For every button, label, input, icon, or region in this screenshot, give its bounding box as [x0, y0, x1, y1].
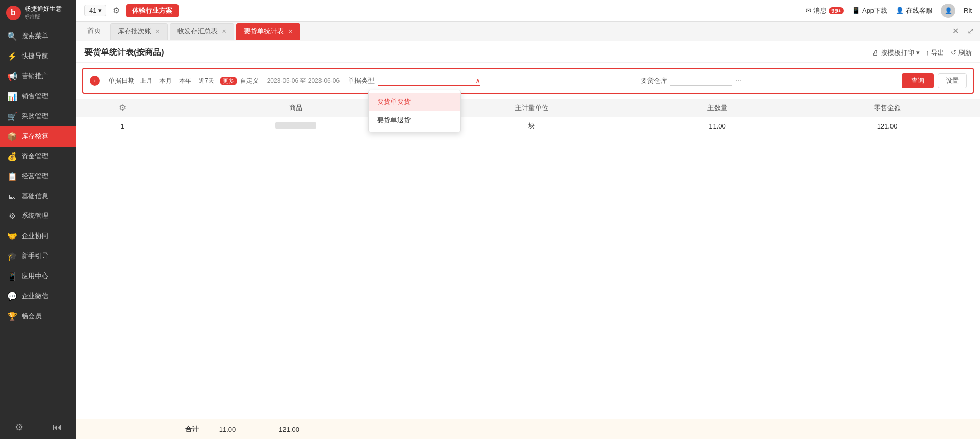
dropdown-item-requisition-return[interactable]: 要货单退货: [369, 111, 460, 130]
sidebar-item-finance[interactable]: 💰 资金管理: [0, 147, 76, 167]
date-btn-this-month[interactable]: 本月: [157, 76, 174, 86]
sidebar-item-label: 畅会员: [22, 312, 42, 321]
page-content: 要货单统计表(按商品) 🖨 按模板打印 ▾ ↑ 导出 ↺ 刷新 ›: [76, 41, 980, 439]
query-button[interactable]: 查询: [902, 73, 934, 88]
sidebar-item-label: 搜索菜单: [22, 31, 48, 41]
type-filter-input[interactable]: [378, 76, 475, 85]
sales-icon: 📊: [7, 92, 17, 101]
tab-home[interactable]: 首页: [80, 23, 108, 40]
date-btn-last-month[interactable]: 上月: [138, 76, 154, 86]
tab-close-requisition[interactable]: ✕: [288, 28, 293, 35]
sidebar-item-label: 营销推广: [22, 71, 48, 81]
warehouse-filter-label: 要货仓库: [640, 76, 667, 85]
data-table: ⚙ 商品 主计量单位 主数量 零售金额: [76, 99, 980, 135]
store-selector[interactable]: 41 ▾: [84, 5, 106, 16]
type-filter-chevron-icon[interactable]: ∧: [475, 77, 480, 85]
sidebar-item-label: 经营管理: [22, 172, 48, 181]
table-header-row: ⚙ 商品 主计量单位 主数量 零售金额: [76, 99, 980, 117]
restore-tabs-button[interactable]: ⤢: [965, 25, 976, 37]
sidebar-item-label: 销售管理: [22, 92, 48, 101]
sidebar-item-app-center[interactable]: 📱 应用中心: [0, 266, 76, 286]
warehouse-filter-input[interactable]: [672, 77, 724, 84]
brand-name: 畅捷通好生意: [25, 5, 62, 13]
refresh-button[interactable]: ↺ 刷新: [951, 48, 972, 58]
topbar-right: ✉ 消息 99+ 📱 App下载 👤 在线客服 👤 Rit: [806, 4, 972, 18]
date-btn-this-year[interactable]: 本年: [177, 76, 193, 86]
table-footer: 合计 11.00 121.00: [76, 419, 980, 439]
page-title: 要货单统计表(按商品): [84, 47, 164, 58]
sidebar-item-base-info[interactable]: 🗂 基础信息: [0, 187, 76, 206]
sidebar-item-inventory[interactable]: 📦 库存核算: [0, 126, 76, 147]
sidebar-item-membership[interactable]: 🏆 畅会员: [0, 306, 76, 326]
sidebar-item-label: 企业协同: [22, 231, 48, 241]
brand-sub: 标准版: [25, 13, 62, 21]
page-header: 要货单统计表(按商品) 🖨 按模板打印 ▾ ↑ 导出 ↺ 刷新: [76, 41, 980, 63]
online-service-button[interactable]: 👤 在线客服: [896, 6, 933, 15]
sidebar-item-label: 资金管理: [22, 152, 48, 161]
tab-inventory-batch[interactable]: 库存批次账 ✕: [110, 23, 168, 40]
column-settings-icon[interactable]: ⚙: [119, 103, 126, 112]
system-icon: ⚙: [7, 211, 17, 221]
search-icon: 🔍: [7, 31, 17, 41]
date-btn-more[interactable]: 更多: [220, 77, 237, 85]
cell-qty: 11.00: [640, 117, 794, 135]
sidebar-item-marketing[interactable]: 📢 营销推广: [0, 66, 76, 86]
sidebar-item-search[interactable]: 🔍 搜索菜单: [0, 26, 76, 46]
collapse-button[interactable]: ⏮: [48, 420, 66, 435]
filter-bar: › 单据日期 上月 本月 本年 近7天 更多 自定义 2023-05-06 至 …: [82, 68, 974, 94]
membership-icon: 🏆: [7, 312, 17, 321]
settings-filter-button[interactable]: 设置: [938, 73, 967, 88]
sidebar-item-wx-enterprise[interactable]: 💬 企业微信: [0, 286, 76, 306]
export-icon: ↑: [926, 49, 930, 57]
type-filter-label: 单据类型: [348, 76, 375, 85]
service-label: 在线客服: [906, 6, 933, 15]
table-row: 1 块 11.00 121.00: [76, 117, 980, 135]
footer-qty: 11.00: [207, 426, 248, 433]
type-filter-group: 单据类型 ∧ 要货单要货 要货单退货: [348, 76, 480, 86]
filter-expand-button[interactable]: ›: [90, 76, 100, 86]
sidebar-item-label: 企业微信: [22, 291, 48, 301]
footer-amount: 121.00: [269, 426, 310, 433]
sidebar-item-purchase[interactable]: 🛒 采购管理: [0, 106, 76, 126]
topbar-gear-icon[interactable]: ⚙: [113, 6, 120, 15]
date-filter-label: 单据日期: [108, 76, 135, 85]
filter-actions: 查询 设置: [902, 73, 967, 88]
sidebar-item-newbie[interactable]: 🎓 新手引导: [0, 246, 76, 266]
app-logo: b 畅捷通好生意 标准版: [0, 0, 76, 26]
tab-recv-summary[interactable]: 收发存汇总表 ✕: [170, 23, 234, 40]
product-placeholder: [275, 122, 316, 129]
print-button[interactable]: 🖨 按模板打印 ▾: [872, 48, 920, 58]
col-qty: 主数量: [640, 99, 794, 117]
logo-icon: b: [6, 6, 21, 20]
app-download-button[interactable]: 📱 App下载: [852, 6, 887, 15]
warehouse-input-wrap: [670, 76, 732, 86]
warehouse-more-icon[interactable]: ···: [735, 76, 742, 85]
sidebar-item-operation[interactable]: 📋 经营管理: [0, 167, 76, 187]
dropdown-item-requisition-order[interactable]: 要货单要货: [369, 93, 460, 111]
finance-icon: 💰: [7, 152, 17, 161]
date-custom-btn[interactable]: 自定义: [240, 77, 259, 85]
avatar[interactable]: 👤: [941, 4, 955, 18]
date-range-display: 2023-05-06 至 2023-06-06: [267, 77, 340, 85]
warehouse-filter-group: 要货仓库 ···: [640, 76, 742, 86]
inventory-icon: 📦: [7, 132, 17, 141]
sidebar-item-sales[interactable]: 📊 销售管理: [0, 86, 76, 106]
app-label: App下载: [862, 6, 887, 15]
promo-button[interactable]: 体验行业方案: [126, 4, 179, 17]
date-btn-last-7-days[interactable]: 近7天: [197, 76, 217, 86]
refresh-icon: ↺: [951, 49, 956, 57]
print-chevron-icon: ▾: [916, 49, 920, 57]
sidebar-item-quick-nav[interactable]: ⚡ 快捷导航: [0, 46, 76, 66]
settings-button[interactable]: ⚙: [11, 419, 27, 435]
tab-requisition-summary[interactable]: 要货单统计表 ✕: [236, 23, 300, 40]
sidebar-item-enterprise[interactable]: 🤝 企业协同: [0, 226, 76, 246]
message-button[interactable]: ✉ 消息 99+: [806, 6, 844, 15]
close-all-tabs-button[interactable]: ✕: [950, 25, 961, 37]
tab-close-recv-summary[interactable]: ✕: [222, 28, 226, 35]
date-filter-group: 单据日期 上月 本月 本年 近7天 更多 自定义: [108, 76, 259, 86]
sidebar-bottom: ⚙ ⏮: [0, 415, 76, 439]
tab-close-inventory-batch[interactable]: ✕: [155, 28, 160, 35]
export-button[interactable]: ↑ 导出: [926, 48, 945, 58]
sidebar-item-system[interactable]: ⚙ 系统管理: [0, 206, 76, 226]
col-settings: ⚙: [76, 99, 169, 117]
